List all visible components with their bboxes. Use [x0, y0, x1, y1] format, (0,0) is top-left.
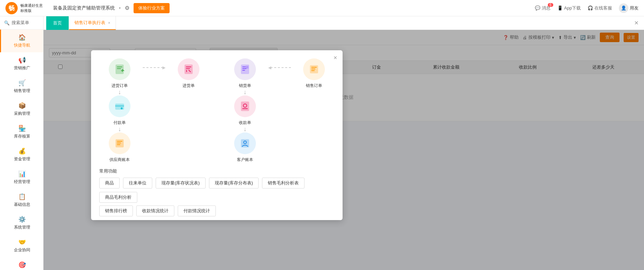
sidebar: 🔍 搜索菜单 🏠 快捷导航 📢 营销推广 🛒 销售管理 📦 采购管理 🏪 [0, 16, 43, 270]
customer-account-circle [234, 132, 256, 154]
top-bar: 畅 畅康通好生意标推版 装备及固定资产辅助管理系统 ▾ ⚙ 体验行业方案 💬 消… [0, 0, 644, 16]
sidebar-label-marketing: 营销推广 [14, 65, 30, 71]
func-row-1: 商品 往来单位 现存量(库存状况表) 现存量(库存分布表) 销售毛利分析表 商品… [99, 178, 334, 203]
modal-overlay: × 进货订单 [43, 30, 644, 270]
func-row-2: 销售排行榜 收款情况统计 付款情况统计 [99, 205, 334, 216]
svg-rect-2 [117, 68, 121, 69]
svg-point-5 [121, 107, 123, 109]
svg-rect-11 [186, 67, 191, 67]
tab-sales-order-exec[interactable]: 销售订单执行表 × [69, 16, 116, 30]
sidebar-label-quick-nav: 快捷导航 [14, 42, 30, 48]
tab-home-label: 首页 [53, 20, 62, 26]
svg-rect-20 [242, 108, 248, 109]
sidebar-item-enterprise[interactable]: 🤝 企业协同 [0, 234, 43, 257]
page-content: ❓ 帮助 🖨 按模板打印 ▾ ⬆ 导出 ▾ 🔄 [43, 30, 644, 270]
purchase-icon: 📦 [18, 102, 26, 109]
svg-rect-26 [311, 70, 315, 71]
avatar: 👤 [619, 3, 628, 13]
supplier-account-circle [109, 132, 130, 154]
app-container: 畅 畅康通好生意标推版 装备及固定资产辅助管理系统 ▾ ⚙ 体验行业方案 💬 消… [0, 0, 644, 270]
app-download-btn[interactable]: 📱 App下载 [557, 5, 581, 11]
guide-icon: 🎯 [18, 261, 26, 269]
tab-sales-order-label: 销售订单执行表 [74, 20, 105, 26]
close-all-tabs-icon[interactable]: ✕ [631, 20, 641, 26]
payment-label: 付款单 [114, 120, 126, 126]
sidebar-item-guide[interactable]: 🎯 新手引导 [0, 257, 43, 270]
common-funcs-title: 常用功能 [99, 168, 334, 174]
system-title: 装备及固定资产辅助管理系统 [53, 5, 115, 11]
sidebar-label-operations: 经营管理 [14, 179, 30, 185]
sales-bill-label: 销货单 [239, 83, 251, 89]
messages-badge: 6 [548, 3, 553, 7]
sidebar-item-marketing[interactable]: 📢 营销推广 [0, 52, 43, 75]
sales-icon: 🛒 [18, 79, 26, 87]
sidebar-item-sales[interactable]: 🛒 销售管理 [0, 75, 43, 98]
search-label: 搜索菜单 [12, 20, 29, 26]
sidebar-label-purchase: 采购管理 [14, 111, 30, 116]
enterprise-icon: 🤝 [18, 238, 26, 246]
sidebar-item-quick-nav[interactable]: 🏠 快捷导航 [0, 30, 43, 52]
arrow-down-2: ↓ [118, 126, 121, 132]
func-btn-product-profit[interactable]: 商品毛利分析 [99, 192, 137, 203]
func-btn-stock-dist[interactable]: 现存量(库存分布表) [209, 178, 259, 188]
finance-icon: 💰 [18, 147, 26, 155]
func-btn-sales-rank[interactable]: 销售排行榜 [99, 205, 133, 216]
service-icon: 🎧 [588, 5, 593, 11]
logo-text: 畅康通好生意标推版 [20, 3, 43, 13]
flow-node-receipt[interactable]: 收款单 [225, 95, 265, 126]
sales-bill-circle [234, 58, 256, 80]
func-btn-sales-profit[interactable]: 销售毛利分析表 [262, 178, 304, 188]
sidebar-item-finance[interactable]: 💰 资金管理 [0, 143, 43, 166]
system-icon: ⚙️ [18, 216, 26, 223]
tab-home[interactable]: 首页 [46, 16, 69, 30]
payment-circle [109, 95, 130, 117]
purchase-order-circle [109, 58, 130, 80]
flow-node-supplier-account[interactable]: 供应商账本 [99, 132, 140, 163]
common-funcs-section: 常用功能 商品 往来单位 现存量(库存状况表) 现存量(库存分布表) 销售毛利分… [99, 168, 334, 216]
func-btn-stock-status[interactable]: 现存量(库存状况表) [156, 178, 206, 188]
sidebar-item-basic-info[interactable]: 📋 基础信息 [0, 189, 43, 212]
svg-rect-17 [246, 66, 248, 69]
flow-node-sales-order[interactable]: 销售订单 [294, 58, 334, 89]
dropdown-arrow-icon[interactable]: ▾ [119, 6, 121, 10]
func-btn-payment-stats[interactable]: 付款情况统计 [178, 205, 216, 216]
svg-rect-12 [186, 68, 190, 69]
purchase-bill-label: 进货单 [182, 83, 195, 89]
svg-rect-25 [311, 69, 315, 69]
flow-node-purchase-bill[interactable]: 进货单 [168, 58, 209, 89]
func-btn-receipt-stats[interactable]: 收款情况统计 [136, 205, 174, 216]
arrow-h-1: ▶ [140, 65, 168, 70]
arrow-down-3: ↓ [244, 89, 247, 95]
logo-area: 畅 畅康通好生意标推版 [5, 2, 49, 14]
func-btn-product[interactable]: 商品 [99, 178, 120, 188]
svg-rect-1 [117, 67, 122, 67]
download-icon: 📱 [557, 5, 563, 11]
arrow-down-1: ↓ [118, 89, 121, 95]
content-area: 首页 销售订单执行表 × ✕ ❓ 帮助 🖨 [43, 16, 644, 270]
tab-bar: 首页 销售订单执行表 × ✕ [43, 16, 644, 30]
func-btn-contacts[interactable]: 往来单位 [123, 178, 152, 188]
svg-rect-24 [311, 67, 317, 68]
sidebar-item-system[interactable]: ⚙️ 系统管理 [0, 212, 43, 234]
receipt-circle [234, 95, 256, 117]
gear-icon[interactable]: ⚙ [125, 5, 129, 11]
flow-node-sales-bill[interactable]: 销货单 [225, 58, 265, 89]
marketing-icon: 📢 [18, 56, 26, 64]
search-menu[interactable]: 🔍 搜索菜单 [0, 16, 43, 30]
experience-btn[interactable]: 体验行业方案 [134, 3, 170, 13]
customer-account-label: 客户账本 [237, 157, 253, 163]
quick-nav-modal: × 进货订单 [91, 50, 343, 220]
sidebar-item-inventory[interactable]: 🏪 库存核算 [0, 121, 43, 143]
flow-node-purchase-order[interactable]: 进货订单 [99, 58, 140, 89]
modal-close-btn[interactable]: × [333, 54, 337, 61]
messages-btn[interactable]: 💬 消息 6 [535, 5, 551, 11]
flow-node-payment[interactable]: 付款单 [99, 95, 140, 126]
arrow-h-2: ◀ [265, 65, 294, 70]
logo-icon: 畅 [5, 2, 18, 14]
tab-close-icon[interactable]: × [108, 21, 110, 25]
sidebar-item-purchase[interactable]: 📦 采购管理 [0, 98, 43, 121]
sidebar-item-operations[interactable]: 📊 经营管理 [0, 166, 43, 189]
user-btn[interactable]: 👤 用友 [619, 3, 639, 13]
online-service-btn[interactable]: 🎧 在线客服 [588, 5, 612, 11]
flow-node-customer-account[interactable]: 客户账本 [225, 132, 265, 163]
